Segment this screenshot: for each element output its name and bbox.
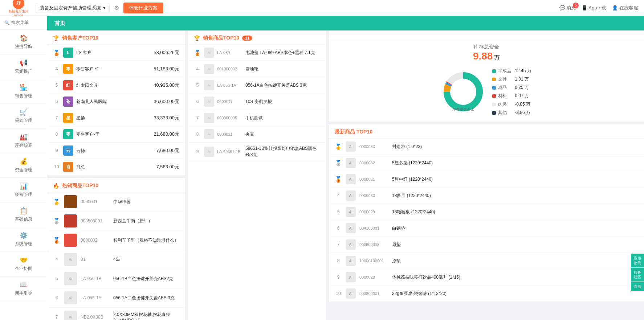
home-icon: 🏠 [20, 34, 28, 42]
basic-icon: 📋 [20, 207, 28, 215]
inventory-amount-row: 9.88 万 [335, 50, 638, 62]
sidebar-label: 销售管理 [15, 93, 32, 99]
new-products-panel: 最新商品 TOP10 🥇 Ai 0000033 封边带 (1.0*22) 🥈 A… [329, 124, 644, 302]
donut-chart: 库存资金占比 [441, 70, 485, 114]
search-label: 搜索菜单 [11, 20, 29, 26]
notification-icon: 💬 [559, 5, 565, 11]
inventory-section-title [329, 30, 644, 38]
sidebar-item-quick-nav[interactable]: 🏠 快捷导航 [0, 30, 47, 54]
top-bar: 好 畅捷通好生意 标准版 装备及固定资产辅助管理系统 ▾ ⚙ 体验行业方案 💬 … [0, 0, 644, 16]
hot-icon: 🔥 [53, 183, 59, 189]
sales-customers-list: 🥉 L LS 客户 53,006.26元 4 零 零售客户-许 51,183.0… [47, 45, 185, 175]
sales-product-item: 6 Ai 0000017 10S 变刺罗梭 [188, 94, 326, 110]
hot-product-item: 7 Ai NB2.0X30B 2.0X30MM双摆花轴,摆花直径2.1MM/RO… [47, 308, 185, 320]
logo-icon: 好 [13, 0, 24, 9]
new-products-label: 最新商品 TOP10 [335, 129, 372, 135]
notification-count: 6 [573, 3, 579, 8]
new-product-item: 🥉 Ai 0000031 5厘中纤 (1220*2440) [329, 171, 644, 188]
middle-panel: 🏆 销售商品TOP10 11 🥉 Ai LA-089 电池盖 LA-089 AB… [188, 30, 326, 320]
ratio-label: 库存资金占比 [441, 107, 485, 112]
sales-customer-panel: 🏆 销售客户TOP10 22 🥉 L LS 客户 53,006.26元 4 零 … [47, 30, 185, 175]
sidebar-item-purchase[interactable]: 🛒 采购管理 [0, 104, 47, 128]
sidebar-label: 库存核算 [15, 142, 32, 148]
operations-icon: 📊 [20, 182, 28, 190]
page-title: 首页 [54, 20, 65, 27]
dropdown-icon: ▾ [103, 5, 106, 11]
float-btn-live[interactable]: 直播 [631, 282, 644, 291]
inventory-panel: 库存总资金 9.88 万 [329, 30, 644, 122]
sales-product-item: 🥉 Ai LA-089 电池盖 LA-089 ABS本色+黑种 7.1克 [188, 45, 326, 61]
hot-products-label: 热销商品TOP10 [62, 182, 98, 189]
hot-products-title: 🔥 热销商品TOP10 [47, 178, 185, 192]
inventory-unit: 万 [494, 54, 500, 61]
sales-product-item: 8 Ai 0000021 夹克 [188, 126, 326, 143]
new-product-item: 10 Ai 003800001 22g鱼豆腐-烧烤味 (1*12*20) [329, 286, 644, 302]
page-body: 🏆 销售客户TOP10 22 🥉 L LS 客户 53,006.26元 4 零 … [47, 30, 644, 320]
inventory-amount: 9.88 [473, 50, 493, 62]
sidebar-search[interactable]: 🔍 搜索菜单 [0, 16, 47, 30]
content-area: 首页 🏆 销售客户TOP10 22 🥉 L LS 客户 53,006.26 [47, 16, 644, 320]
sidebar-item-enterprise[interactable]: 🤝 企业协同 [0, 252, 47, 276]
sidebar-label: 新手引导 [15, 290, 32, 296]
app-download[interactable]: 📱 App下载 [582, 5, 606, 11]
sidebar-item-operations[interactable]: 📊 经营管理 [0, 178, 47, 202]
sidebar-item-system[interactable]: ⚙️ 系统管理 [0, 227, 47, 252]
sidebar-item-sales[interactable]: 🏪 销售管理 [0, 79, 47, 104]
service-icon: 👤 [612, 5, 618, 11]
system-selector[interactable]: 装备及固定资产辅助管理系统 ▾ [36, 3, 110, 13]
sales-customer-item: 8 零 零售客户-于 21,680.00元 [47, 126, 185, 143]
float-btn-community[interactable]: 服务社区 [631, 268, 644, 282]
system-icon: ⚙️ [20, 231, 28, 239]
sales-product-item: 4 Ai 001000002 雪地靴 [188, 61, 326, 77]
new-products-list: 🥇 Ai 0000033 封边带 (1.0*22) 🥈 Ai 0000032 5… [329, 139, 644, 302]
chart-container: 库存资金占比 半成品 12.45 万 文具 1.01 万 成品 0.25 万 材… [329, 68, 644, 122]
notification-area[interactable]: 💬 6 消息 [559, 5, 576, 11]
hot-product-item: 4 Ai 01 45# [47, 250, 185, 269]
sidebar-label: 企业协同 [15, 266, 32, 272]
sales-customer-item: 🥉 L LS 客户 53,006.26元 [47, 45, 185, 61]
sales-products-badge: 11 [242, 36, 252, 41]
sales-customer-label: 销售客户TOP10 [62, 35, 98, 41]
sales-products-title: 🏆 销售商品TOP10 11 [188, 30, 326, 45]
page-header: 首页 [47, 16, 644, 30]
sales-customer-item: 6 苍 苍南县人民医院 36,600.00元 [47, 94, 185, 110]
trial-button[interactable]: 体验行业方案 [123, 3, 163, 13]
search-icon: 🔍 [4, 20, 10, 25]
sidebar-label: 采购管理 [15, 118, 32, 124]
system-title: 装备及固定资产辅助管理系统 [40, 5, 101, 11]
sidebar-item-guide[interactable]: 📖 新手引导 [0, 276, 47, 301]
inventory-title-text: 库存总资金 [474, 44, 499, 50]
new-product-item: 6 Ai 004100001 白钢垫 [329, 220, 644, 237]
hot-product-item: 🥉 0000002 智利车子里（规格不知道填什么） [47, 231, 185, 250]
settings-icon[interactable]: ⚙ [114, 4, 119, 11]
hot-product-item: 🥈 000500001 新西兰牛肉（新牛） [47, 212, 185, 231]
legend-item: 其他 -3.86 万 [492, 110, 531, 116]
new-products-title: 最新商品 TOP10 [329, 124, 644, 139]
top-bar-right: 💬 6 消息 📱 App下载 👤 在线客服 [559, 5, 638, 11]
new-product-item: 7 Ai 000800008 原垫 [329, 237, 644, 253]
sidebar-item-finance[interactable]: 💰 资金管理 [0, 153, 47, 178]
sidebar-item-inventory[interactable]: 🏭 库存核算 [0, 128, 47, 153]
online-service[interactable]: 👤 在线客服 [612, 5, 638, 11]
sales-customer-item: 9 云 云扬 7,680.00元 [47, 143, 185, 159]
legend-item: 成品 0.25 万 [492, 85, 531, 91]
sales-products-label: 销售商品TOP10 [203, 35, 239, 41]
sidebar-item-marketing[interactable]: 📢 营销推广 [0, 54, 47, 79]
new-product-item: 5 Ai 0000029 18颗粒板 (1220*2440) [329, 204, 644, 220]
right-column: 库存总资金 9.88 万 [329, 30, 644, 320]
sales-customer-item: 10 肖 肖总 7,563.00元 [47, 159, 185, 175]
new-product-item: 4 Ai 0000030 18多层 (1220*2440) [329, 188, 644, 204]
sidebar-label: 营销推广 [15, 68, 32, 74]
sidebar-item-basic[interactable]: 📋 基础信息 [0, 202, 47, 227]
hot-products-panel: 🔥 热销商品TOP10 🥇 0000001 中华神器 🥈 000500001 新… [47, 178, 185, 320]
sales-product-item: 9 Ai LA-59651-1B 59651-1B旋转投影灯电池盒ABS黑色+5… [188, 143, 326, 161]
hot-product-item: 🥇 0000001 中华神器 [47, 192, 185, 212]
sales-products-list: 🥉 Ai LA-089 电池盖 LA-089 ABS本色+黑种 7.1克 4 A… [188, 45, 326, 161]
legend-item: 半成品 12.45 万 [492, 68, 531, 74]
float-btn-service[interactable]: 客服热线 [631, 254, 644, 267]
sidebar-label: 资金管理 [15, 167, 32, 173]
hot-product-item: 6 Ai LA-056-1A 056-1A白色按键开关盖ABS 3克 [47, 288, 185, 308]
enterprise-icon: 🤝 [20, 256, 28, 264]
sales-customer-title: 🏆 销售客户TOP10 22 [47, 30, 185, 45]
float-buttons: 客服热线 服务社区 直播 [631, 254, 644, 291]
